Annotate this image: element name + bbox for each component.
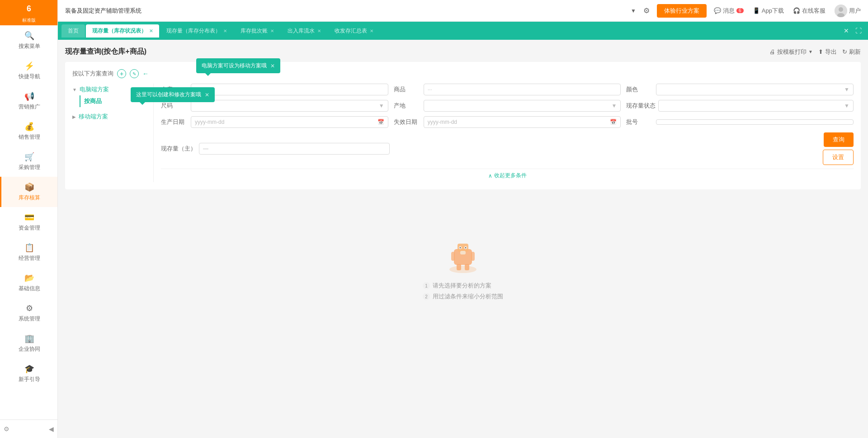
warehouse-select[interactable]: ··· bbox=[191, 84, 388, 95]
filter-header: 按以下方案查询 + ✎ ← 电脑方案可设为移动方案哦 ✕ bbox=[72, 69, 854, 78]
sidebar-item-search[interactable]: 🔍 搜索菜单 bbox=[0, 25, 57, 56]
tree-desktop-arrow[interactable]: ▼ bbox=[72, 87, 77, 92]
sidebar-item-sales[interactable]: 💰 销售管理 bbox=[0, 116, 57, 146]
svg-point-3 bbox=[839, 7, 843, 12]
sidebar-label-finance: 资金管理 bbox=[19, 224, 40, 232]
header-settings-btn[interactable]: ⚙ bbox=[643, 6, 650, 15]
sidebar-icon-search: 🔍 bbox=[24, 31, 34, 41]
sidebar-item-inventory[interactable]: 📦 库存核算 bbox=[0, 177, 57, 207]
tree-mobile-item[interactable]: ▶ 移动端方案 bbox=[72, 111, 148, 122]
tab-collect-summary-label: 收发存汇总表 bbox=[335, 27, 367, 35]
tab-batch-account-close[interactable]: ✕ bbox=[270, 28, 274, 33]
tree-desktop-child-label: 按商品 bbox=[84, 97, 102, 105]
filter-field-batch: 批号 bbox=[626, 118, 854, 126]
tooltip-create-scheme-close[interactable]: ✕ bbox=[205, 92, 209, 98]
tip-2: 2 用过滤条件来缩小分析范围 bbox=[423, 292, 503, 301]
size-select[interactable]: ▼ bbox=[191, 100, 388, 112]
collapse-btn[interactable]: ∧ 收起更多条件 bbox=[161, 169, 854, 182]
sidebar-icon-inventory: 📦 bbox=[24, 182, 34, 192]
tab-inout-flow-label: 出入库流水 bbox=[288, 27, 315, 35]
sidebar-item-operations[interactable]: 📋 经营管理 bbox=[0, 237, 57, 268]
filter-fields: 仓库 ··· 商品 ··· bbox=[161, 84, 854, 182]
origin-select[interactable]: ▼ bbox=[424, 100, 621, 112]
tab-collect-summary[interactable]: 收发存汇总表 ✕ bbox=[328, 24, 380, 38]
sidebar-item-guide[interactable]: 🎓 新手引导 bbox=[0, 358, 57, 389]
tip-2-text: 用过滤条件来缩小分析范围 bbox=[433, 292, 503, 301]
filter-field-exp-date: 失效日期 yyyy-mm-dd 📅 bbox=[394, 116, 621, 128]
sidebar-label-basic: 基础信息 bbox=[19, 285, 40, 292]
system-dropdown-btn[interactable]: ▼ bbox=[631, 8, 636, 14]
sidebar-label-enterprise: 企业协同 bbox=[19, 345, 40, 353]
refresh-btn[interactable]: ↻ 刷新 bbox=[842, 48, 861, 56]
tab-inventory-status[interactable]: 现存量（库存状况表） ✕ bbox=[86, 24, 159, 38]
svg-rect-16 bbox=[465, 264, 469, 270]
tab-inventory-dist[interactable]: 现存量（库存分布表） ✕ bbox=[160, 24, 233, 38]
collapse-label: 收起更多条件 bbox=[494, 172, 527, 179]
tip-2-num: 2 bbox=[423, 293, 430, 300]
tab-home[interactable]: 首页 bbox=[61, 24, 85, 38]
tree-mobile-arrow[interactable]: ▶ bbox=[72, 114, 76, 119]
qty-range-input[interactable]: — bbox=[199, 143, 390, 155]
prod-date-calendar-icon[interactable]: 📅 bbox=[377, 119, 384, 125]
tab-inout-flow[interactable]: 出入库流水 ✕ bbox=[281, 24, 327, 38]
exp-date-calendar-icon[interactable]: 📅 bbox=[610, 119, 617, 125]
filter-edit-btn[interactable]: ✎ bbox=[130, 69, 139, 78]
batch-input[interactable] bbox=[656, 119, 854, 125]
message-icon: 💬 bbox=[714, 7, 721, 14]
tabbar-expand-btn[interactable]: ⛶ bbox=[853, 25, 864, 36]
filter-arrow-btn[interactable]: ← bbox=[142, 70, 149, 77]
print-template-btn[interactable]: 🖨 按模板打印 ▼ bbox=[769, 48, 813, 56]
product-select[interactable]: ··· bbox=[424, 84, 621, 95]
query-btn[interactable]: 查询 bbox=[824, 132, 854, 147]
header-app-download[interactable]: 📱 App下载 bbox=[753, 7, 784, 15]
filter-row-2: 尺码 ▼ 产地 ▼ bbox=[161, 100, 854, 112]
export-btn[interactable]: ⬆ 导出 bbox=[818, 48, 837, 56]
sidebar-item-enterprise[interactable]: 🏢 企业协同 bbox=[0, 328, 57, 358]
exp-date-input[interactable]: yyyy-mm-dd 📅 bbox=[424, 116, 621, 128]
tab-home-label: 首页 bbox=[68, 27, 79, 35]
phone-icon: 📱 bbox=[753, 7, 760, 14]
tooltip-create-scheme: 这里可以创建和修改方案哦 ✕ bbox=[131, 87, 215, 102]
qty-label: 现存量（主） bbox=[161, 145, 196, 153]
sidebar-item-finance[interactable]: 💳 资金管理 bbox=[0, 207, 57, 237]
color-select[interactable]: ▼ bbox=[656, 84, 854, 95]
tree-mobile-label[interactable]: 移动端方案 bbox=[79, 113, 108, 121]
sidebar-item-marketing[interactable]: 📢 营销推广 bbox=[0, 86, 57, 116]
tabbar-close-all-btn[interactable]: ✕ bbox=[841, 25, 852, 36]
sidebar-collapse-btn[interactable]: ◀ bbox=[49, 425, 54, 433]
tip-1: 1 请先选择要分析的方案 bbox=[423, 282, 503, 290]
status-select[interactable]: ▼ bbox=[658, 100, 854, 112]
tab-inventory-dist-close[interactable]: ✕ bbox=[223, 28, 227, 33]
sidebar-item-purchase[interactable]: 🛒 采购管理 bbox=[0, 146, 57, 177]
sidebar-label-guide: 新手引导 bbox=[19, 376, 40, 383]
tooltip-create-scheme-text: 这里可以创建和修改方案哦 bbox=[136, 91, 201, 99]
sidebar-label-sales: 销售管理 bbox=[19, 133, 40, 141]
header-user[interactable]: 用户 bbox=[835, 5, 861, 17]
reset-btn[interactable]: 设置 bbox=[823, 150, 854, 165]
header-online-support[interactable]: 🎧 在线客服 bbox=[793, 7, 826, 15]
export-icon: ⬆ bbox=[818, 48, 823, 55]
tab-collect-summary-close[interactable]: ✕ bbox=[370, 28, 373, 33]
header-message[interactable]: 💬 消息 6 bbox=[714, 7, 744, 15]
prod-date-input[interactable]: yyyy-mm-dd 📅 bbox=[191, 116, 388, 128]
tooltip-scheme-close[interactable]: ✕ bbox=[270, 63, 275, 69]
sidebar-icon-sales: 💰 bbox=[24, 122, 34, 132]
tab-inventory-status-close[interactable]: ✕ bbox=[149, 28, 153, 33]
sidebar-item-quick[interactable]: ⚡ 快捷导航 bbox=[0, 56, 57, 86]
user-avatar bbox=[835, 5, 847, 17]
sidebar: 6 标准版 🔍 搜索菜单 ⚡ 快捷导航 📢 营销推广 💰 销售管理 🛒 采购管理… bbox=[0, 0, 58, 438]
trial-btn[interactable]: 体验行业方案 bbox=[657, 4, 707, 18]
logo-text: 标准版 bbox=[22, 17, 36, 24]
page-header: 现存量查询(按仓库+商品) 🖨 按模板打印 ▼ ⬆ 导出 ↻ 刷新 bbox=[65, 47, 861, 57]
tab-batch-account[interactable]: 库存批次账 ✕ bbox=[234, 24, 280, 38]
sidebar-item-basic[interactable]: 📂 基础信息 bbox=[0, 268, 57, 298]
tab-inout-flow-close[interactable]: ✕ bbox=[317, 28, 321, 33]
filter-add-btn[interactable]: + bbox=[117, 69, 126, 78]
exp-date-placeholder: yyyy-mm-dd bbox=[428, 119, 457, 125]
sidebar-icon-guide: 🎓 bbox=[24, 364, 34, 374]
tip-1-text: 请先选择要分析的方案 bbox=[433, 282, 491, 290]
tree-desktop-label[interactable]: 电脑端方案 bbox=[80, 85, 109, 94]
sidebar-icon-operations: 📋 bbox=[24, 243, 34, 253]
sidebar-item-system[interactable]: ⚙ 系统管理 bbox=[0, 298, 57, 328]
sidebar-settings-btn[interactable]: ⚙ bbox=[4, 425, 9, 433]
